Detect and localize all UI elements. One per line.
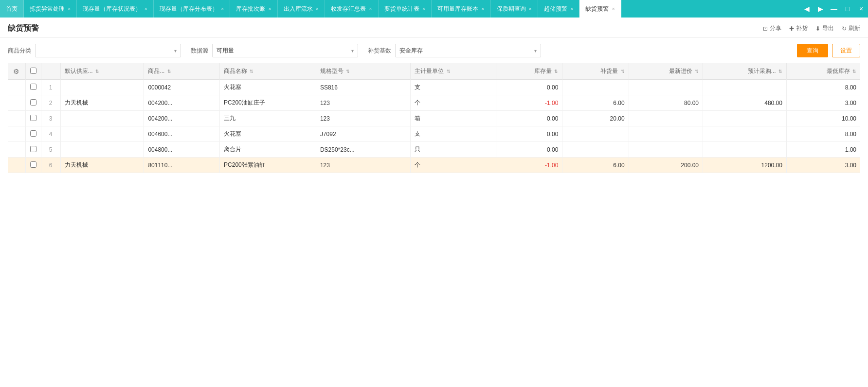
- replenish-action[interactable]: ✚ 补货: [789, 24, 808, 33]
- share-action[interactable]: ⊡ 分享: [763, 24, 781, 33]
- nav-tab-pick-anomaly[interactable]: 拣货异常处理×: [24, 0, 77, 18]
- row-stock-qty: -1.00: [496, 158, 562, 173]
- minimize-button[interactable]: —: [827, 0, 841, 18]
- row-est-purchase: 480.00: [703, 95, 787, 111]
- row-min-stock: 10.00: [786, 111, 860, 126]
- col-header-stock[interactable]: 库存量 ⇅: [496, 63, 562, 80]
- select-all-header: [25, 63, 41, 80]
- col-header-replenish[interactable]: 补货量 ⇅: [562, 63, 629, 80]
- row-checkbox[interactable]: [30, 146, 36, 152]
- nav-tab-inventory-status[interactable]: 现存量（库存状况表）×: [77, 0, 153, 18]
- col-header-min-stock[interactable]: 最低库存 ⇅: [786, 63, 860, 80]
- row-gear-cell: [8, 80, 25, 95]
- nav-prev-button[interactable]: ◀: [800, 0, 814, 18]
- row-product-code: 801110...: [144, 158, 220, 173]
- nav-tab-inout-flow[interactable]: 出入库流水×: [278, 0, 325, 18]
- row-replenish-qty: [562, 126, 629, 142]
- nav-tab-inventory-dist[interactable]: 现存量（库存分布表）×: [154, 0, 230, 18]
- col-header-unit[interactable]: 主计量单位 ⇅: [411, 63, 496, 80]
- query-button[interactable]: 查询: [797, 44, 828, 57]
- replenish-base-chevron-icon: ▾: [534, 48, 537, 53]
- nav-next-button[interactable]: ▶: [814, 0, 827, 18]
- table-row: 5004800...离合片DS250*23c...只0.001.00: [8, 142, 860, 158]
- nav-tab-batch-account[interactable]: 库存批次账×: [230, 0, 277, 18]
- row-supplier: [60, 111, 144, 126]
- col-est-purchase-label: 预计采购...: [748, 68, 776, 74]
- row-gear-cell: [8, 111, 25, 126]
- sort-product-code-icon: ⇅: [167, 69, 171, 74]
- close-tab-inventory-status[interactable]: ×: [144, 6, 147, 12]
- setting-button[interactable]: 设置: [832, 44, 860, 57]
- col-spec-label: 规格型号: [320, 68, 344, 74]
- nav-tab-expiry-query[interactable]: 保质期查询×: [491, 0, 538, 18]
- replenish-base-select[interactable]: 安全库存 ▾: [395, 44, 541, 57]
- row-number: 2: [41, 95, 60, 111]
- close-tab-shortage[interactable]: ×: [612, 6, 615, 12]
- refresh-action[interactable]: ↻ 刷新: [842, 24, 860, 33]
- row-checkbox[interactable]: [30, 115, 36, 121]
- close-tab-avail-ledger[interactable]: ×: [481, 6, 484, 12]
- row-unit: 个: [411, 158, 496, 173]
- row-replenish-qty: [562, 142, 629, 158]
- row-unit: 支: [411, 126, 496, 142]
- row-checkbox[interactable]: [30, 161, 36, 168]
- category-label: 商品分类: [8, 47, 31, 55]
- col-header-product-name[interactable]: 商品名称 ⇅: [220, 63, 316, 80]
- share-label: 分享: [770, 24, 781, 33]
- nav-tab-shortage[interactable]: 缺货预警×: [579, 0, 621, 18]
- column-settings-icon[interactable]: ⚙: [13, 68, 19, 75]
- col-header-spec[interactable]: 规格型号 ⇅: [316, 63, 411, 80]
- col-unit-label: 主计量单位: [415, 68, 444, 74]
- table-row: 3004200...三九123箱0.0020.0010.00: [8, 111, 860, 126]
- nav-tab-recv-summary[interactable]: 收发存汇总表×: [325, 0, 378, 18]
- close-tab-recv-summary[interactable]: ×: [369, 6, 372, 12]
- row-product-name: 火花塞: [220, 80, 316, 95]
- export-action[interactable]: ⬇ 导出: [815, 24, 834, 33]
- datasource-select[interactable]: 可用量 ▾: [212, 44, 358, 57]
- sort-replenish-icon: ⇅: [621, 69, 625, 74]
- datasource-chevron-icon: ▾: [351, 48, 354, 53]
- close-tab-inventory-dist[interactable]: ×: [221, 6, 224, 12]
- category-select[interactable]: ▾: [35, 44, 181, 57]
- row-spec: DS250*23c...: [316, 142, 411, 158]
- select-all-checkbox[interactable]: [30, 68, 36, 74]
- maximize-button[interactable]: □: [841, 0, 854, 18]
- row-est-purchase: [703, 142, 787, 158]
- col-min-stock-label: 最低库存: [827, 68, 850, 74]
- col-header-product-code[interactable]: 商品... ⇅: [144, 63, 220, 80]
- close-window-button[interactable]: ×: [854, 0, 868, 18]
- row-replenish-qty: 6.00: [562, 95, 629, 111]
- nav-tab-overstock[interactable]: 超储预警×: [538, 0, 579, 18]
- row-checkbox[interactable]: [30, 99, 36, 106]
- close-tab-order-stat[interactable]: ×: [422, 6, 425, 12]
- nav-tab-avail-ledger[interactable]: 可用量库存账本×: [432, 0, 490, 18]
- row-checkbox[interactable]: [30, 130, 36, 137]
- row-checkbox-cell: [25, 158, 41, 173]
- sort-est-purchase-icon: ⇅: [778, 69, 782, 74]
- row-est-purchase: [703, 126, 787, 142]
- share-icon: ⊡: [763, 25, 768, 32]
- close-tab-batch-account[interactable]: ×: [268, 6, 271, 12]
- close-tab-inout-flow[interactable]: ×: [316, 6, 319, 12]
- replenish-icon: ✚: [789, 25, 794, 32]
- row-est-purchase: [703, 80, 787, 95]
- close-tab-pick-anomaly[interactable]: ×: [68, 6, 71, 12]
- row-checkbox[interactable]: [30, 84, 36, 90]
- col-product-name-label: 商品名称: [224, 68, 247, 74]
- close-tab-overstock[interactable]: ×: [570, 6, 573, 12]
- close-tab-expiry-query[interactable]: ×: [529, 6, 532, 12]
- col-header-supplier[interactable]: 默认供应... ⇅: [60, 63, 144, 80]
- row-product-name: 三九: [220, 111, 316, 126]
- row-replenish-qty: 6.00: [562, 158, 629, 173]
- sort-stock-icon: ⇅: [554, 69, 558, 74]
- col-supplier-label: 默认供应...: [65, 68, 93, 74]
- category-filter: 商品分类 ▾: [8, 44, 181, 57]
- refresh-icon: ↻: [842, 25, 847, 32]
- col-header-est-purchase[interactable]: 预计采购... ⇅: [703, 63, 787, 80]
- row-supplier: [60, 80, 144, 95]
- nav-tab-home[interactable]: 首页: [0, 0, 24, 18]
- row-unit: 箱: [411, 111, 496, 126]
- nav-tab-order-stat[interactable]: 要货单统计表×: [379, 0, 432, 18]
- table-row: 6力天机械801110...PC200张紧油缸123个-1.006.00200.…: [8, 158, 860, 173]
- col-header-price[interactable]: 最新进价 ⇅: [629, 63, 703, 80]
